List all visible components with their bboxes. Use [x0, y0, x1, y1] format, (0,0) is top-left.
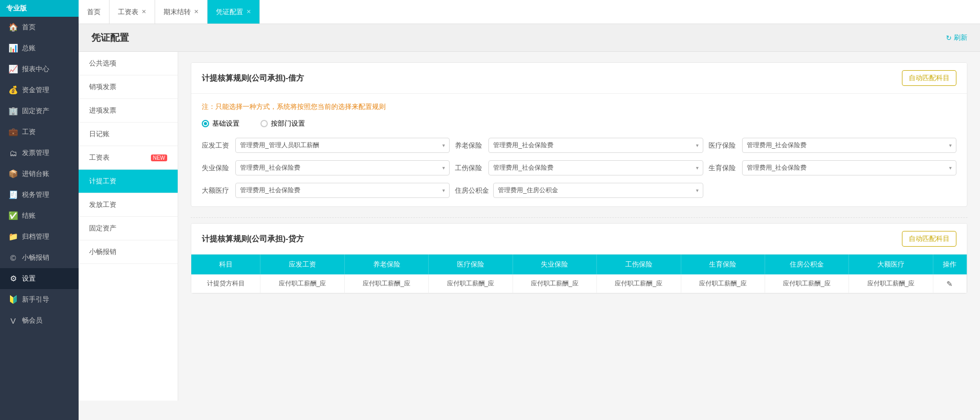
tab-label-period-close: 期末结转 [164, 7, 191, 17]
debit-select-7[interactable]: 管理费用_住房公积金 ▾ [493, 183, 703, 198]
credit-table-wrapper: 科目应发工资养老保险医疗保险失业保险工伤保险生育保险住房公积金大额医疗操作 计提… [191, 255, 967, 293]
debit-note: 注：只能选择一种方式，系统将按照您当前的选择来配置规则 [202, 102, 956, 112]
debit-select-val-0: 管理费用_管理人员职工薪酬 [240, 141, 319, 150]
main-area: 首页工资表✕期末结转✕凭证配置✕ 凭证配置 ↻ 刷新 公共选项销项发票进项发票日… [79, 0, 980, 420]
sub-nav-fixed-assets[interactable]: 固定资产 [79, 217, 178, 240]
sidebar-item-funds[interactable]: 💰资金管理 [0, 80, 79, 101]
new-badge-payroll-table: NEW [151, 154, 167, 161]
sub-nav-label-journal: 日记账 [89, 129, 110, 139]
divider [191, 217, 967, 218]
sidebar-icon-inventory: 📦 [8, 169, 18, 179]
credit-col-5: 工伤保险 [597, 255, 681, 274]
sidebar-item-member[interactable]: V畅会员 [0, 310, 79, 331]
sidebar-item-tax[interactable]: 🧾税务管理 [0, 184, 79, 205]
chevron-down-icon: ▾ [696, 165, 699, 171]
debit-form-item-7: 住房公积金 管理费用_住房公积金 ▾ [455, 183, 703, 198]
debit-select-val-4: 管理费用_社会保险费 [493, 163, 553, 172]
tab-close-payroll-table[interactable]: ✕ [141, 8, 146, 15]
sidebar-item-xcbx[interactable]: ©小畅报销 [0, 247, 79, 268]
debit-form-item-0: 应发工资 管理费用_管理人员职工薪酬 ▾ [202, 138, 450, 153]
sidebar-item-ledger[interactable]: 📊总账 [0, 38, 79, 59]
credit-col-9: 操作 [933, 255, 966, 274]
credit-section-title: 计提核算规则(公司承担)-贷方 [202, 234, 304, 244]
credit-action-0[interactable]: ✎ [933, 274, 966, 293]
sidebar-label-xcbx: 小畅报销 [22, 253, 49, 262]
radio-basic[interactable]: 基础设置 [202, 119, 239, 128]
sub-nav-sales-invoice[interactable]: 销项发票 [79, 75, 178, 99]
radio-dept[interactable]: 按部门设置 [260, 119, 305, 128]
sidebar-item-payroll[interactable]: 💼工资 [0, 121, 79, 142]
sidebar-label-closing: 结账 [22, 211, 36, 220]
sidebar-icon-closing: ✅ [8, 211, 18, 220]
debit-select-0[interactable]: 管理费用_管理人员职工薪酬 ▾ [235, 138, 450, 153]
debit-select-2[interactable]: 管理费用_社会保险费 ▾ [742, 138, 956, 153]
debit-select-5[interactable]: 管理费用_社会保险费 ▾ [742, 160, 956, 175]
debit-form-item-4: 工伤保险 管理费用_社会保险费 ▾ [455, 160, 703, 175]
credit-col-8: 大额医疗 [849, 255, 933, 274]
sub-nav-xcbx2[interactable]: 小畅报销 [79, 240, 178, 264]
debit-label-5: 生育保险 [709, 163, 738, 173]
credit-col-3: 医疗保险 [429, 255, 513, 274]
credit-col-4: 失业保险 [513, 255, 596, 274]
debit-auto-match-button[interactable]: 自动匹配科目 [902, 70, 956, 86]
debit-section-title: 计提核算规则(公司承担)-借方 [202, 73, 304, 83]
chevron-down-icon: ▾ [949, 142, 952, 148]
page-title-bar: 凭证配置 ↻ 刷新 [79, 24, 980, 52]
tab-period-close[interactable]: 期末结转✕ [155, 0, 208, 24]
tab-bar: 首页工资表✕期末结转✕凭证配置✕ [79, 0, 980, 24]
debit-select-val-2: 管理费用_社会保险费 [747, 141, 807, 150]
debit-select-val-6: 管理费用_社会保险费 [240, 186, 300, 195]
sidebar-item-home[interactable]: 🏠首页 [0, 17, 79, 38]
tab-close-voucher-config[interactable]: ✕ [246, 8, 251, 15]
sidebar-item-closing[interactable]: ✅结账 [0, 205, 79, 226]
sub-nav-label-payroll-table: 工资表 [89, 153, 110, 162]
tab-close-period-close[interactable]: ✕ [194, 8, 199, 15]
sidebar-item-reports[interactable]: 📈报表中心 [0, 59, 79, 80]
sidebar-item-settings[interactable]: ⚙设置 [0, 268, 79, 289]
chevron-down-icon: ▾ [442, 165, 445, 171]
tab-label-home: 首页 [87, 7, 101, 17]
credit-cell-0-3: 应付职工薪酬_应 [513, 274, 596, 293]
sidebar-label-inventory: 进销台账 [22, 169, 49, 179]
sidebar-icon-reports: 📈 [8, 64, 18, 74]
debit-select-4[interactable]: 管理费用_社会保险费 ▾ [488, 160, 703, 175]
debit-section-body: 注：只能选择一种方式，系统将按照您当前的选择来配置规则 基础设置 按部门设置 [191, 94, 967, 206]
credit-col-1: 应发工资 [260, 255, 344, 274]
refresh-button[interactable]: ↻ 刷新 [946, 33, 967, 42]
credit-cell-0-6: 应付职工薪酬_应 [765, 274, 848, 293]
sub-nav-public[interactable]: 公共选项 [79, 52, 178, 75]
credit-cell-0-7: 应付职工薪酬_应 [849, 274, 933, 293]
sidebar-item-assets[interactable]: 🏢固定资产 [0, 101, 79, 121]
sidebar: 专业版 🏠首页📊总账📈报表中心💰资金管理🏢固定资产💼工资🗂发票管理📦进销台账🧾税… [0, 0, 79, 420]
sidebar-icon-funds: 💰 [8, 85, 18, 95]
sidebar-label-funds: 资金管理 [22, 85, 49, 95]
chevron-down-icon: ▾ [949, 165, 952, 171]
debit-select-6[interactable]: 管理费用_社会保险费 ▾ [235, 183, 450, 198]
debit-label-4: 工伤保险 [455, 163, 484, 173]
sub-nav-purchase-invoice[interactable]: 进项发票 [79, 99, 178, 123]
credit-table: 科目应发工资养老保险医疗保险失业保险工伤保险生育保险住房公积金大额医疗操作 计提… [191, 255, 967, 293]
sidebar-item-archive[interactable]: 📁归档管理 [0, 226, 79, 247]
edit-icon-0[interactable]: ✎ [946, 280, 953, 288]
sub-nav-issue-payroll[interactable]: 发放工资 [79, 193, 178, 217]
tab-voucher-config[interactable]: 凭证配置✕ [208, 0, 260, 24]
tab-home[interactable]: 首页 [79, 0, 110, 24]
sub-nav-accrual[interactable]: 计提工资 [79, 170, 178, 193]
credit-cell-0-0: 应付职工薪酬_应 [260, 274, 344, 293]
debit-select-3[interactable]: 管理费用_社会保险费 ▾ [235, 160, 450, 175]
sidebar-icon-guide: 🔰 [8, 295, 18, 304]
sub-nav-journal[interactable]: 日记账 [79, 123, 178, 146]
sub-nav-label-purchase-invoice: 进项发票 [89, 106, 116, 115]
debit-select-val-7: 管理费用_住房公积金 [498, 186, 558, 195]
sidebar-item-inventory[interactable]: 📦进销台账 [0, 163, 79, 184]
sidebar-label-guide: 新手引导 [22, 295, 49, 304]
credit-auto-match-button[interactable]: 自动匹配科目 [902, 231, 956, 247]
credit-col-0: 科目 [191, 255, 260, 274]
sidebar-item-invoices[interactable]: 🗂发票管理 [0, 142, 79, 163]
debit-select-1[interactable]: 管理费用_社会保险费 ▾ [488, 138, 703, 153]
debit-label-2: 医疗保险 [709, 141, 738, 150]
sub-nav-payroll-table[interactable]: 工资表NEW [79, 146, 178, 170]
sidebar-item-guide[interactable]: 🔰新手引导 [0, 289, 79, 310]
tab-payroll-table[interactable]: 工资表✕ [110, 0, 155, 24]
sidebar-icon-invoices: 🗂 [8, 149, 18, 158]
